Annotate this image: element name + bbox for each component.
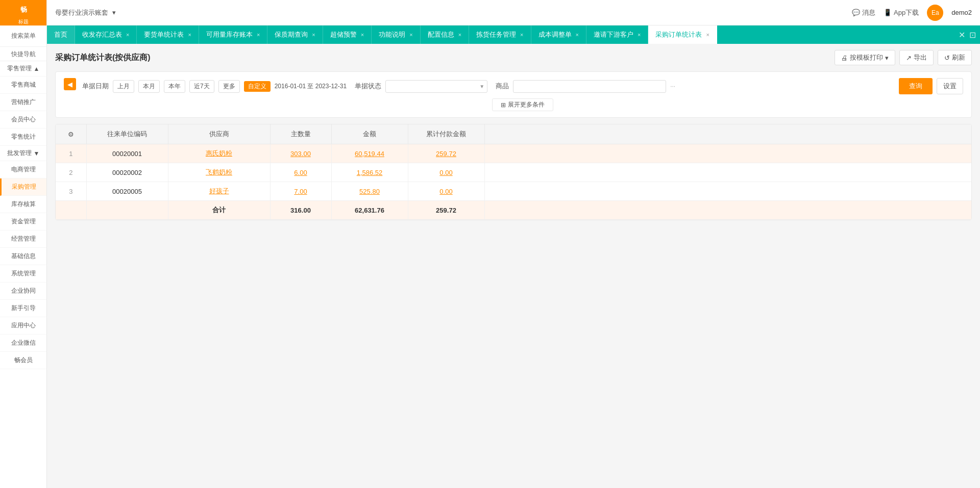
sidebar-item-ecommerce[interactable]: 电商管理 [0,161,46,178]
cell-supplier-3: 好孩子 [168,182,270,201]
print-dropdown-icon[interactable]: ▾ [885,54,889,62]
retail-mgmt-arrow: ▲ [34,65,40,72]
custom-date-tag[interactable]: 自定义 [244,81,271,92]
supplier-link-1[interactable]: 惠氏奶粉 [206,149,232,157]
tab-feature-desc-close[interactable]: × [409,32,412,38]
supplier-link-2[interactable]: 飞鹤奶粉 [206,168,232,176]
sidebar-item-inventory[interactable]: 库存核算 [0,196,46,213]
status-filter-label: 单据状态 [355,82,381,91]
app-download-btn[interactable]: 📱 App下载 [884,8,919,17]
tab-config-close[interactable]: × [458,32,461,38]
sidebar-item-newbie[interactable]: 新手引导 [0,300,46,317]
tab-stock-summary-close[interactable]: × [126,32,129,38]
tab-cost-adjust-label: 成本调整单 [538,30,572,39]
tab-feature-desc[interactable]: 功能说明 × [372,25,420,44]
sidebar-item-retail-mgmt[interactable]: 零售管理 ▲ [0,61,46,76]
tab-overstock-close[interactable]: × [361,32,364,38]
sidebar-item-wholesale[interactable]: 批发管理 ▼ [0,146,46,161]
sidebar-item-system[interactable]: 系统管理 [0,265,46,282]
cell-paid-2: 0.00 [408,163,484,182]
tab-invite-customer[interactable]: 邀请下游客户 × [586,25,648,44]
table-row: 2 00020002 飞鹤奶粉 6.00 1,586.52 0.00 [56,163,971,182]
date-this-year-btn[interactable]: 本年 [164,80,185,93]
date-last-month-btn[interactable]: 上月 [113,80,134,93]
sidebar-item-marketing[interactable]: 营销推广 [0,94,46,111]
tab-available-stock[interactable]: 可用量库存账本 × [199,25,267,44]
date-this-month-btn[interactable]: 本月 [138,80,160,93]
date-7days-btn[interactable]: 近7天 [189,80,214,93]
tab-shelf-life-close[interactable]: × [312,32,315,38]
user-avatar[interactable]: Ea [927,5,943,21]
goods-input[interactable] [513,80,666,93]
status-select[interactable] [385,80,487,93]
tab-order-stats-close[interactable]: × [188,32,191,38]
sidebar-item-enterprise-wechat[interactable]: 企业微信 [0,335,46,352]
search-menu-label[interactable]: 搜索菜单 [3,30,43,42]
tab-purchase-stats[interactable]: 采购订单统计表 × [648,25,717,44]
tab-restore-btn[interactable]: ⊡ [969,30,976,40]
cell-no-3: 3 [56,182,86,201]
tab-config[interactable]: 配置信息 × [421,25,469,44]
goods-more-icon[interactable]: ··· [670,83,675,90]
app-download-label: App下载 [894,8,919,17]
qty-link-2[interactable]: 6.00 [294,169,307,176]
sidebar-item-finance[interactable]: 资金管理 [0,213,46,230]
qty-link-1[interactable]: 303.00 [290,150,311,158]
cell-no-2: 2 [56,163,86,182]
sidebar-item-member-center[interactable]: 会员中心 [0,111,46,129]
industry-dropdown-icon[interactable]: ▾ [112,9,116,16]
tab-order-stats[interactable]: 要货单统计表 × [137,25,199,44]
sidebar-item-retail-mall[interactable]: 零售商城 [0,76,46,94]
tab-invite-customer-label: 邀请下游客户 [594,30,633,39]
tab-stock-summary[interactable]: 收发存汇总表 × [75,25,137,44]
page-actions: 🖨 按模板打印 ▾ ↗ 导出 ↺ 刷新 [835,50,972,65]
tab-purchase-stats-close[interactable]: × [706,32,709,38]
tab-home[interactable]: 首页 [47,25,75,44]
tab-overstock[interactable]: 超储预警 × [323,25,372,44]
print-button[interactable]: 🖨 按模板打印 ▾ [835,50,895,65]
refresh-button[interactable]: ↺ 刷新 [938,50,972,65]
sidebar-item-purchase[interactable]: 采购管理 [0,178,46,196]
cell-code-2: 00020002 [86,163,168,182]
sidebar-item-enterprise-collab[interactable]: 企业协同 [0,282,46,300]
paid-link-2[interactable]: 0.00 [439,169,452,176]
tab-feature-desc-label: 功能说明 [379,30,405,39]
th-extra [484,124,971,144]
sidebar-item-basic-info[interactable]: 基础信息 [0,248,46,265]
tab-available-stock-close[interactable]: × [257,32,260,38]
qty-link-3[interactable]: 7.00 [294,188,307,195]
page-header: 采购订单统计表(按供应商) 🖨 按模板打印 ▾ ↗ 导出 ↺ 刷新 [55,50,972,65]
sidebar-search-section[interactable]: 搜索菜单 [0,25,46,47]
expand-more-btn[interactable]: ⊞ 展开更多条件 [492,98,553,111]
query-button[interactable]: 查询 [899,78,933,94]
setting-button[interactable]: 设置 [937,78,963,94]
message-btn[interactable]: 💬 消息 [852,8,875,17]
tab-shelf-life[interactable]: 保质期查询 × [267,25,323,44]
goods-filter-label: 商品 [496,82,509,91]
status-select-wrapper[interactable] [385,80,487,93]
sidebar-item-app-center[interactable]: 应用中心 [0,317,46,335]
tab-pick-task-close[interactable]: × [520,32,523,38]
date-filter-label: 单据日期 [82,82,109,91]
tab-cost-adjust[interactable]: 成本调整单 × [531,25,586,44]
filter-collapse-btn[interactable]: ◀ [64,78,76,90]
cell-extra-3 [484,182,971,201]
date-more-btn[interactable]: 更多 [218,80,240,93]
paid-link-3[interactable]: 0.00 [439,188,452,195]
paid-link-1[interactable]: 259.72 [436,150,456,158]
gear-icon[interactable]: ⚙ [68,131,74,138]
tab-close-all-btn[interactable]: ✕ [959,30,965,40]
export-button[interactable]: ↗ 导出 [899,50,934,65]
amount-link-2[interactable]: 1,586.52 [357,169,383,176]
tab-overstock-label: 超储预警 [330,30,357,39]
sidebar-item-retail-stats[interactable]: 零售统计 [0,129,46,146]
amount-link-1[interactable]: 60,519.44 [355,150,384,158]
tab-invite-customer-close[interactable]: × [638,32,641,38]
th-code: 往来单位编码 [86,124,168,144]
tab-pick-task[interactable]: 拣货任务管理 × [469,25,531,44]
amount-link-3[interactable]: 525.80 [359,188,380,195]
sidebar-item-member-app[interactable]: 畅会员 [0,352,46,369]
sidebar-item-operations[interactable]: 经营管理 [0,230,46,248]
supplier-link-3[interactable]: 好孩子 [209,187,229,195]
tab-cost-adjust-close[interactable]: × [576,32,579,38]
